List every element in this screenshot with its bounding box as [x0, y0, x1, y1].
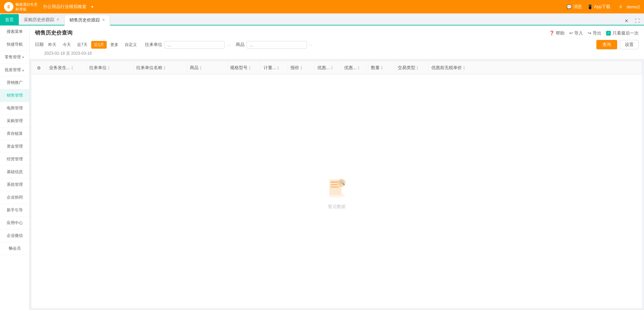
th-price[interactable]: 报价 ▲▼ — [288, 61, 315, 74]
th-partner-name[interactable]: 往来单位名称 ▲▼ — [133, 61, 187, 74]
sidebar-item-sales-mgmt[interactable]: 销售管理 — [0, 89, 29, 102]
product-filter-group: 商品 ··· — [236, 41, 313, 49]
settings-button[interactable]: 设置 — [620, 40, 639, 49]
sidebar-item-system-mgmt[interactable]: 系统管理 — [0, 178, 29, 191]
breadcrumb-dropdown-icon[interactable]: ▼ — [91, 5, 94, 9]
import-btn[interactable]: ↩ 导入 — [569, 30, 583, 36]
sidebar-item-label: 经营管理 — [7, 156, 23, 162]
sort-icon: ▲▼ — [300, 65, 303, 70]
th-spec[interactable]: 规格型号 ▲▼ — [227, 61, 261, 74]
sidebar-item-wholesale-mgmt[interactable]: 批发管理 ▲ — [0, 64, 29, 76]
th-trade-type-label: 交易类型 — [398, 65, 415, 71]
date-btn-custom[interactable]: 自定义 — [122, 41, 140, 49]
tab-purchase-close-icon[interactable]: ✕ — [56, 18, 59, 21]
tab-sales-close-icon[interactable]: ✕ — [102, 18, 105, 22]
th-no-tax-price[interactable]: 优惠前无税单价 ▲▼ — [429, 61, 642, 74]
th-partner-code[interactable]: 往来单位 ▲▼ — [87, 61, 133, 74]
date-btn-today[interactable]: 今天 — [60, 41, 73, 49]
sidebar-item-quick-nav[interactable]: 快捷导航 — [0, 38, 29, 51]
product-filter-input[interactable] — [247, 41, 307, 49]
th-discount2[interactable]: 优惠... ▲▼ — [341, 61, 368, 74]
th-business-date-label: 业务发生... — [49, 65, 70, 71]
empty-state: 🔍 暂元数据 — [32, 74, 642, 308]
logo-icon: 6 — [4, 2, 13, 11]
message-icon: 💬 — [567, 4, 572, 9]
help-icon: ❓ — [549, 31, 554, 36]
date-btn-yesterday[interactable]: 昨天 — [46, 41, 59, 49]
tab-sales[interactable]: 销售历史价跟踪 ✕ — [64, 15, 110, 25]
th-discount2-label: 优惠... — [344, 65, 357, 71]
sidebar-item-search-menu[interactable]: 搜索菜单 — [0, 25, 29, 38]
sort-icon: ▲▼ — [249, 65, 251, 70]
query-button[interactable]: 查询 — [596, 40, 617, 49]
partner-filter-label: 往来单位 — [145, 42, 162, 48]
sidebar-item-label: 畅会员 — [9, 246, 21, 251]
export-btn[interactable]: ↪ 导出 — [588, 30, 601, 36]
close-window-btn[interactable]: ✕ — [623, 17, 631, 25]
help-btn[interactable]: ❓ 帮助 — [549, 30, 565, 36]
filter-row: 日期 昨天 今天 近7天 近1月 更多 自定义 往来单位 ··· — [35, 40, 639, 49]
sort-icon: ▲▼ — [381, 65, 383, 70]
svg-rect-4 — [331, 187, 339, 188]
th-unit[interactable]: 计量... ▲▼ — [261, 61, 288, 74]
sidebar-item-purchase-mgmt[interactable]: 采购管理 — [0, 115, 29, 127]
sidebar-item-label: 基础信息 — [7, 169, 23, 175]
page-header: 销售历史价查询 ❓ 帮助 ↩ 导入 ↪ 导出 ✓ — [30, 25, 644, 59]
sidebar-item-label: 应用中心 — [7, 220, 23, 226]
sort-icon: ▲▼ — [331, 65, 333, 70]
partner-filter-input[interactable] — [164, 41, 225, 49]
tab-bar: 首页 采购历史价跟踪 ✕ 销售历史价跟踪 ✕ ✕ ⛶ — [0, 13, 644, 25]
sidebar-item-retail-mgmt[interactable]: 零售管理 ▼ — [0, 51, 29, 64]
th-discount1-label: 优惠... — [317, 65, 330, 71]
date-buttons: 昨天 今天 近7天 近1月 更多 自定义 — [46, 41, 140, 49]
import-icon: ↩ — [569, 31, 573, 36]
sidebar-item-app-center[interactable]: 应用中心 — [0, 217, 29, 229]
th-settings[interactable]: ⚙ — [32, 62, 46, 74]
header-right: 💬 消息 📱 App下载 d demo2 — [567, 2, 640, 11]
sort-icon: ▲▼ — [108, 65, 110, 70]
date-btn-last1m[interactable]: 近1月 — [91, 41, 107, 49]
sidebar-item-new-guide[interactable]: 新手引导 — [0, 204, 29, 217]
sidebar-item-label: 营销推广 — [7, 80, 23, 86]
message-btn[interactable]: 💬 消息 — [567, 4, 582, 10]
sidebar-item-basic-info[interactable]: 基础信息 — [0, 166, 29, 178]
sidebar-item-label: 企业微信 — [7, 233, 23, 239]
tab-home[interactable]: 首页 — [0, 14, 19, 25]
sidebar-item-inventory[interactable]: 库存核算 — [0, 127, 29, 140]
table-container: ⚙ 业务发生... ▲▼ 往来单位 ▲▼ 往来单位名称 ▲▼ 商品 ▲▼ — [32, 61, 642, 308]
sidebar-item-label: 快捷导航 — [7, 42, 23, 47]
th-product[interactable]: 商品 ▲▼ — [187, 61, 227, 74]
th-price-label: 报价 — [290, 65, 299, 71]
sidebar-item-marketing[interactable]: 营销推广 — [0, 76, 29, 89]
th-trade-type[interactable]: 交易类型 ▲▼ — [395, 61, 429, 74]
sort-icon: ▲▼ — [416, 65, 419, 70]
th-qty[interactable]: 数量 ▲▼ — [368, 61, 395, 74]
sort-icon: ▲▼ — [463, 65, 465, 70]
date-btn-more[interactable]: 更多 — [108, 41, 121, 49]
breadcrumb: 办公用品行业模拟账套 — [43, 4, 87, 10]
sidebar-item-enterprise-coop[interactable]: 企业协同 — [0, 191, 29, 204]
th-discount1[interactable]: 优惠... ▲▼ — [315, 61, 341, 74]
only-last-checkbox[interactable]: ✓ 只看最后一次 — [606, 30, 639, 36]
sort-icon: ▲▼ — [277, 65, 279, 70]
date-btn-last7[interactable]: 近7天 — [74, 41, 90, 49]
user-menu-btn[interactable]: d demo2 — [616, 2, 640, 11]
partner-dots-icon: ··· — [227, 42, 230, 47]
tab-home-label: 首页 — [5, 17, 14, 23]
checkbox-checked-icon: ✓ — [606, 31, 611, 36]
sidebar-item-member[interactable]: 畅会员 — [0, 242, 29, 255]
date-filter-group: 日期 昨天 今天 近7天 近1月 更多 自定义 — [35, 41, 140, 49]
app-download-btn[interactable]: 📱 App下载 — [587, 4, 610, 10]
th-product-label: 商品 — [190, 65, 199, 71]
sidebar-item-label: 电商管理 — [7, 105, 23, 111]
sidebar-item-enterprise-wechat[interactable]: 企业微信 — [0, 229, 29, 242]
sidebar-item-biz-mgmt[interactable]: 经营管理 — [0, 153, 29, 166]
empty-text: 暂元数据 — [328, 204, 345, 210]
tab-purchase[interactable]: 采购历史价跟踪 ✕ — [19, 14, 64, 25]
sidebar-item-ecom-mgmt[interactable]: 电商管理 — [0, 102, 29, 115]
th-business-date[interactable]: 业务发生... ▲▼ — [46, 61, 87, 74]
sidebar-item-finance-mgmt[interactable]: 资金管理 — [0, 140, 29, 153]
sort-icon: ▲▼ — [71, 65, 73, 70]
sidebar-item-label: 搜索菜单 — [7, 29, 23, 35]
maximize-window-btn[interactable]: ⛶ — [633, 17, 641, 25]
